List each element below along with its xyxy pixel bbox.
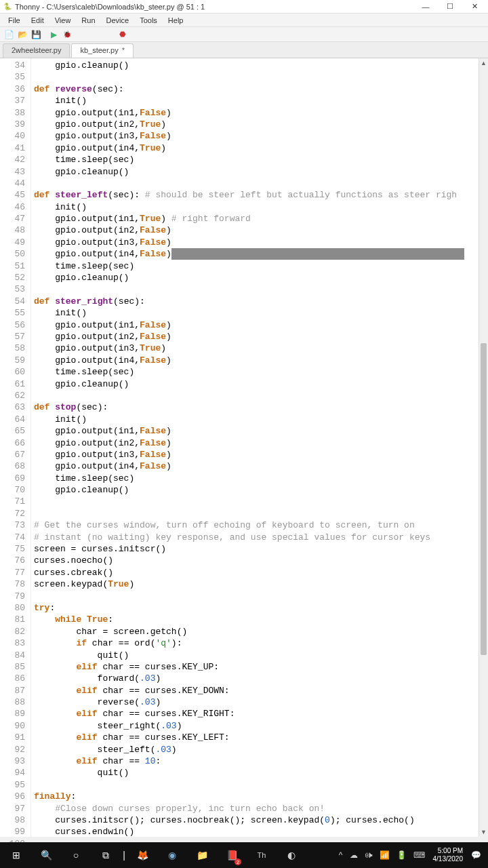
code-line[interactable]: init() <box>34 307 488 319</box>
code-line[interactable]: def reverse(sec): <box>34 83 488 95</box>
code-line[interactable]: gpio.output(in2,False) <box>34 224 488 236</box>
code-line[interactable] <box>34 178 488 189</box>
code-line[interactable]: elif char == curses.KEY_RIGHT: <box>34 708 488 719</box>
run-button[interactable]: ▶ <box>47 28 60 41</box>
code-editor[interactable]: 3435363738394041424344454647484950515253… <box>0 58 488 837</box>
code-line[interactable]: while True: <box>34 614 488 625</box>
code-line[interactable] <box>34 390 488 401</box>
code-line[interactable]: curses.endwin() <box>34 826 488 837</box>
code-line[interactable]: screen = curses.initscr() <box>34 543 488 555</box>
tray-wifi-icon[interactable]: 📶 <box>378 850 391 860</box>
code-line[interactable]: gpio.cleanup() <box>34 272 488 283</box>
debug-button[interactable]: 🐞 <box>61 28 73 41</box>
tab-kb-steer[interactable]: kb_steer.py * <box>71 43 134 58</box>
code-line[interactable]: time.sleep(sec) <box>34 154 488 165</box>
code-line[interactable]: gpio.output(in3,True) <box>34 342 488 354</box>
taskbar-app-fileexplorer[interactable]: 📁 <box>188 842 216 868</box>
vertical-scrollbar[interactable]: ▲ ▼ <box>479 58 488 837</box>
code-line[interactable]: time.sleep(sec) <box>34 366 488 378</box>
code-line[interactable]: finally: <box>34 791 488 802</box>
code-line[interactable]: elif char == curses.KEY_UP: <box>34 661 488 673</box>
menu-view[interactable]: View <box>49 15 77 26</box>
tray-overflow-icon[interactable]: ^ <box>338 850 344 860</box>
code-line[interactable]: forward(.03) <box>34 673 488 684</box>
taskbar-app-edge[interactable]: ◐ <box>278 842 305 868</box>
code-line[interactable]: gpio.cleanup() <box>34 484 488 496</box>
code-line[interactable]: # instant (no waiting) key response, and… <box>34 532 488 543</box>
code-line[interactable]: steer_left(.03) <box>34 744 488 755</box>
save-file-button[interactable]: 💾 <box>30 28 42 41</box>
code-line[interactable]: init() <box>34 95 488 106</box>
code-line[interactable]: curses.cbreak() <box>34 567 488 578</box>
code-line[interactable]: curses.noecho() <box>34 555 488 566</box>
code-line[interactable]: gpio.output(in4,False) <box>34 460 488 472</box>
code-line[interactable]: gpio.output(in4,False) <box>34 248 488 260</box>
code-line[interactable]: init() <box>34 414 488 425</box>
code-line[interactable]: reverse(.03) <box>34 696 488 708</box>
code-line[interactable]: gpio.cleanup() <box>34 378 488 390</box>
maximize-button[interactable]: ☐ <box>442 1 458 13</box>
code-line[interactable]: def steer_right(sec): <box>34 296 488 307</box>
code-line[interactable]: try: <box>34 602 488 614</box>
code-line[interactable]: elif char == curses.KEY_DOWN: <box>34 685 488 696</box>
menu-help[interactable]: Help <box>163 15 189 26</box>
code-line[interactable]: gpio.output(in1,False) <box>34 319 488 331</box>
scroll-up-arrow[interactable]: ▲ <box>479 58 488 68</box>
code-text-area[interactable]: gpio.cleanup() def reverse(sec): init() … <box>31 58 488 837</box>
stop-button[interactable]: ⬣ <box>117 28 129 41</box>
tray-battery-icon[interactable]: 🔋 <box>395 850 408 860</box>
code-line[interactable]: gpio.output(in3,False) <box>34 130 488 142</box>
search-button[interactable]: 🔍 <box>33 842 60 868</box>
code-line[interactable]: elif char == 10: <box>34 755 488 767</box>
tray-network-icon[interactable]: 🕪 <box>363 850 374 860</box>
code-line[interactable]: gpio.cleanup() <box>34 166 488 178</box>
code-line[interactable]: if char == ord('q'): <box>34 637 488 649</box>
code-line[interactable] <box>34 508 488 519</box>
notifications-button[interactable]: 💬 <box>470 850 483 860</box>
tab-2wheelsteer[interactable]: 2wheelsteer.py <box>3 43 70 58</box>
taskbar-app-firefox[interactable]: 🦊 <box>129 842 156 868</box>
code-line[interactable]: gpio.output(in3,False) <box>34 449 488 460</box>
new-file-button[interactable]: 📄 <box>3 28 15 41</box>
code-line[interactable]: gpio.output(in4,False) <box>34 355 488 366</box>
code-line[interactable]: quit() <box>34 650 488 661</box>
taskbar-app-thonny[interactable]: Th <box>248 842 275 868</box>
code-line[interactable]: elif char == curses.KEY_LEFT: <box>34 732 488 743</box>
code-line[interactable]: # Get the curses window, turn off echoin… <box>34 519 488 531</box>
menu-edit[interactable]: Edit <box>26 15 49 26</box>
code-line[interactable] <box>34 283 488 295</box>
code-line[interactable] <box>34 496 488 507</box>
code-line[interactable]: time.sleep(sec) <box>34 473 488 484</box>
code-line[interactable]: curses.initscr(); curses.nocbreak(); scr… <box>34 814 488 826</box>
code-line[interactable]: def stop(sec): <box>34 401 488 413</box>
code-line[interactable]: gpio.output(in1,True) # right forward <box>34 213 488 224</box>
code-line[interactable]: init() <box>34 201 488 213</box>
taskbar-app-acrobat[interactable]: 📕2 <box>218 842 245 868</box>
code-line[interactable]: gpio.output(in3,False) <box>34 237 488 248</box>
code-line[interactable]: gpio.output(in2,False) <box>34 437 488 449</box>
tray-keyboard-icon[interactable]: ⌨ <box>412 850 426 860</box>
taskbar-app-generic1[interactable]: ◉ <box>159 842 186 868</box>
start-button[interactable]: ⊞ <box>3 842 30 868</box>
code-line[interactable]: #Close down curses properly, inc turn ec… <box>34 803 488 814</box>
minimize-button[interactable]: — <box>418 1 434 13</box>
menu-device[interactable]: Device <box>101 15 135 26</box>
code-line[interactable]: steer_right(.03) <box>34 720 488 732</box>
code-line[interactable]: gpio.output(in4,True) <box>34 142 488 154</box>
scroll-down-arrow[interactable]: ▼ <box>479 827 488 837</box>
code-line[interactable]: gpio.output(in2,True) <box>34 119 488 130</box>
code-line[interactable]: gpio.cleanup() <box>34 60 488 71</box>
code-line[interactable] <box>34 591 488 602</box>
code-line[interactable]: gpio.output(in1,False) <box>34 425 488 437</box>
code-line[interactable]: time.sleep(sec) <box>34 260 488 272</box>
menu-file[interactable]: File <box>3 15 26 26</box>
code-line[interactable]: char = screen.getch() <box>34 626 488 637</box>
scrollbar-thumb[interactable] <box>481 343 487 655</box>
close-button[interactable]: ✕ <box>466 1 483 13</box>
task-view-button[interactable]: ⧉ <box>92 842 119 868</box>
code-line[interactable]: gpio.output(in1,False) <box>34 107 488 119</box>
menu-tools[interactable]: Tools <box>134 15 163 26</box>
code-line[interactable]: screen.keypad(True) <box>34 578 488 590</box>
cortana-button[interactable]: ○ <box>62 842 89 868</box>
tray-onedrive-icon[interactable]: ☁ <box>348 850 359 860</box>
